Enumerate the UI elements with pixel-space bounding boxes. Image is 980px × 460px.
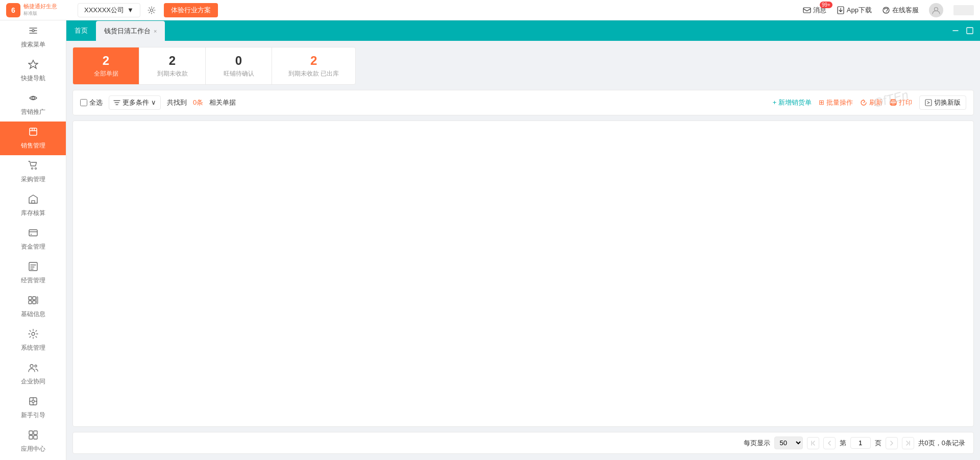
sidebar-item-search-menu[interactable]: 搜索菜单 <box>0 20 66 54</box>
sidebar-item-basic-info[interactable]: 基础信息 <box>0 290 66 324</box>
page-size-select[interactable]: 50 100 200 <box>774 437 803 449</box>
table-area <box>72 120 974 427</box>
found-suffix: 相关单据 <box>209 98 236 107</box>
pagination: 每页显示 50 100 200 第 1 页 <box>72 432 974 454</box>
stat-all-label: 全部单据 <box>89 69 122 78</box>
messages-item[interactable]: 消息 99+ <box>803 6 826 15</box>
online-support-label: 在线客服 <box>892 6 919 15</box>
next-page-button[interactable] <box>886 437 898 449</box>
tab-workbench-label: 钱货日清工作台 <box>104 27 151 36</box>
app-download-label: App下载 <box>847 6 872 15</box>
stat-all[interactable]: 2 全部单据 <box>73 47 139 84</box>
sidebar-label: 快捷导航 <box>21 74 45 83</box>
sidebar-label: 资金管理 <box>21 243 45 251</box>
svg-rect-22 <box>29 301 32 304</box>
app-download-item[interactable]: App下载 <box>837 6 872 15</box>
sidebar-item-guide[interactable]: 新手引导 <box>0 391 66 425</box>
logo-icon: 6 <box>6 3 20 17</box>
main-layout: 搜索菜单 快捷导航 营销推广 <box>0 20 980 460</box>
print-label: 打印 <box>899 98 912 107</box>
tab-home-label: 首页 <box>75 26 88 35</box>
tab-bar: 首页 钱货日清工作台 × <box>66 20 980 41</box>
stats-row: 2 全部单据 2 到期未收款 0 旺铺待确认 2 到期未收款 已出库 <box>72 47 356 85</box>
stat-pending-count: 0 <box>222 54 255 68</box>
company-name: XXXXXX公司 <box>84 6 124 15</box>
chevron-down-icon: ▼ <box>127 6 134 14</box>
stat-pending[interactable]: 0 旺铺待确认 <box>206 47 272 84</box>
company-selector[interactable]: XXXXXX公司 ▼ <box>78 3 140 17</box>
refresh-label: 刷新 <box>869 98 883 107</box>
enterprise-coop-icon <box>28 362 38 375</box>
finance-icon <box>28 228 38 240</box>
svg-rect-13 <box>30 128 37 135</box>
sidebar-item-operations[interactable]: 经营管理 <box>0 256 66 290</box>
last-page-button[interactable] <box>902 437 914 449</box>
svg-point-4 <box>886 12 886 12</box>
new-sale-label: + 新增销货单 <box>773 98 812 107</box>
sidebar-label: 企业协同 <box>21 377 45 386</box>
sidebar-label: 库存核算 <box>21 209 45 217</box>
page-label-end: 页 <box>875 439 881 448</box>
sidebar-item-quick-nav[interactable]: 快捷导航 <box>0 54 66 88</box>
checkbox-input[interactable] <box>80 99 87 106</box>
sidebar-item-app-center[interactable]: 应用中心 <box>0 425 66 458</box>
stat-overdue-out-label: 到期未收款 已出库 <box>288 69 339 78</box>
maximize-button[interactable] <box>964 25 976 37</box>
select-all-label: 全选 <box>89 98 103 107</box>
tab-workbench[interactable]: 钱货日清工作台 × <box>96 21 165 41</box>
username <box>953 5 974 15</box>
operations-icon <box>28 261 38 274</box>
toolbar-right: + 新增销货单 ⊞ 批量操作 刷新 <box>773 95 966 110</box>
top-right-area: 消息 99+ App下载 在线客服 <box>803 3 974 17</box>
chevron-down-icon: ∨ <box>151 99 156 106</box>
select-all-checkbox[interactable]: 全选 <box>80 98 103 107</box>
toolbar: 全选 更多条件 ∨ 共找到 0条 相关单据 + 新增销货单 <box>72 90 974 115</box>
stat-overdue[interactable]: 2 到期未收款 <box>139 47 206 84</box>
total-info: 共0页，0条记录 <box>918 439 965 448</box>
tab-close-icon[interactable]: × <box>154 28 157 34</box>
filter-button[interactable]: 更多条件 ∨ <box>109 95 161 110</box>
online-support-item[interactable]: 在线客服 <box>882 6 919 15</box>
content-area: 首页 钱货日清工作台 × <box>66 20 980 460</box>
svg-rect-38 <box>967 28 973 34</box>
sidebar-label: 应用中心 <box>21 445 45 453</box>
search-menu-icon <box>28 26 38 38</box>
sidebar-item-purchase[interactable]: 采购管理 <box>0 155 66 189</box>
page-input[interactable]: 1 <box>850 437 871 449</box>
guide-icon <box>28 396 38 409</box>
basic-info-icon <box>28 295 38 308</box>
batch-button[interactable]: ⊞ 批量操作 <box>819 98 853 107</box>
stat-overdue-out-count: 2 <box>288 54 339 68</box>
sidebar-item-sales[interactable]: 销售管理 <box>0 122 66 155</box>
new-sale-button[interactable]: + 新增销货单 <box>773 98 812 107</box>
svg-point-14 <box>31 168 33 170</box>
svg-point-0 <box>150 9 153 11</box>
avatar[interactable] <box>929 3 943 17</box>
sidebar-item-system[interactable]: 系统管理 <box>0 324 66 357</box>
sidebar: 搜索菜单 快捷导航 营销推广 <box>0 20 66 460</box>
svg-rect-23 <box>33 301 36 304</box>
svg-rect-32 <box>29 435 33 439</box>
sidebar-item-enterprise-coop[interactable]: 企业协同 <box>0 357 66 391</box>
sales-icon <box>28 127 38 139</box>
switch-button[interactable]: 切换新版 <box>919 95 966 110</box>
sidebar-label: 经营管理 <box>21 276 45 285</box>
minimize-button[interactable] <box>949 25 962 37</box>
trial-button[interactable]: 体验行业方案 <box>164 3 218 17</box>
prev-page-button[interactable] <box>823 437 836 449</box>
settings-button[interactable] <box>144 3 159 17</box>
svg-rect-21 <box>33 297 36 300</box>
print-button[interactable]: 打印 <box>890 98 912 107</box>
tab-home[interactable]: 首页 <box>66 20 96 41</box>
messages-badge: 99+ <box>820 2 832 8</box>
sidebar-item-marketing[interactable]: 营销推广 <box>0 88 66 122</box>
sidebar-item-finance[interactable]: 资金管理 <box>0 223 66 256</box>
svg-rect-17 <box>29 230 37 236</box>
svg-rect-33 <box>34 435 37 439</box>
app-center-icon <box>28 430 38 443</box>
sidebar-item-inventory[interactable]: 库存核算 <box>0 189 66 223</box>
first-page-button[interactable] <box>807 437 819 449</box>
refresh-button[interactable]: 刷新 <box>860 98 883 107</box>
svg-point-29 <box>32 400 34 403</box>
stat-overdue-out[interactable]: 2 到期未收款 已出库 <box>272 47 355 84</box>
